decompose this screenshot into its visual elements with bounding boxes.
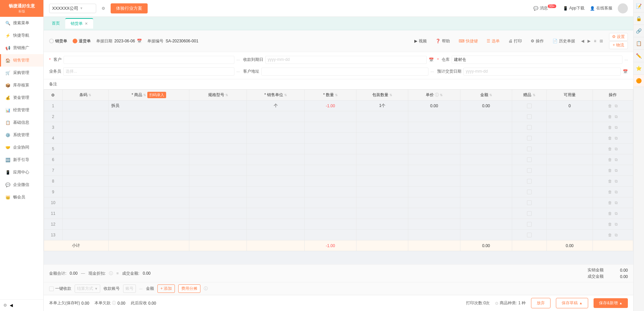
app-download-item[interactable]: 📱 App下载 [563, 5, 584, 11]
row-unit[interactable] [247, 219, 304, 230]
row-spec[interactable] [189, 165, 247, 176]
row-spec[interactable] [189, 197, 247, 208]
row-pkgqty[interactable] [356, 197, 408, 208]
row-barcode[interactable] [62, 165, 108, 176]
row-barcode[interactable] [62, 197, 108, 208]
sidebar-item-basic[interactable]: 📋 基础信息 [0, 116, 43, 129]
sidebar-item-inventory[interactable]: 📦 库存核算 [0, 79, 43, 91]
delete-icon[interactable]: 🗑 [608, 168, 612, 173]
row-unit[interactable] [247, 122, 304, 133]
row-qty[interactable] [304, 230, 356, 240]
price-info-icon[interactable]: ⓘ [435, 92, 439, 98]
row-unit[interactable] [247, 230, 304, 240]
row-pkgqty[interactable] [356, 154, 408, 165]
row-price[interactable]: 0.00 [408, 101, 460, 111]
row-barcode[interactable] [62, 101, 108, 111]
tab-sales-order[interactable]: 销货单 ✕ [65, 18, 93, 29]
row-gift[interactable] [512, 165, 546, 176]
print-btn[interactable]: 🖨 打印 [506, 37, 525, 45]
expense-split-button[interactable]: 费用分摊 [178, 284, 200, 293]
row-barcode[interactable] [62, 176, 108, 187]
right-panel-star[interactable]: ⭐ [634, 62, 644, 75]
row-pkgqty[interactable] [356, 219, 408, 230]
row-amount[interactable] [460, 176, 512, 187]
calendar-icon[interactable]: 📅 [137, 39, 142, 43]
sidebar-item-marketing[interactable]: 📢 营销推广 [0, 42, 43, 54]
sidebar-item-enterprise[interactable]: 🤝 企业协同 [0, 141, 43, 154]
row-amount[interactable] [460, 208, 512, 219]
row-unit[interactable] [247, 176, 304, 187]
gift-checkbox[interactable] [527, 104, 532, 108]
row-spec[interactable] [189, 208, 247, 219]
row-spec[interactable] [189, 144, 247, 154]
row-price[interactable] [408, 187, 460, 197]
row-unit[interactable] [247, 208, 304, 219]
row-spec[interactable] [189, 219, 247, 230]
delete-icon[interactable]: 🗑 [608, 222, 612, 227]
row-qty[interactable] [304, 154, 356, 165]
sidebar-item-operations[interactable]: 📊 经营管理 [0, 104, 43, 116]
save-draft-button[interactable]: 保存草稿 ▲ [556, 298, 588, 308]
row-amount[interactable] [460, 133, 512, 144]
row-qty[interactable]: -1.00 [304, 101, 356, 111]
row-barcode[interactable] [62, 122, 108, 133]
row-spec[interactable] [189, 122, 247, 133]
row-product[interactable] [108, 176, 189, 187]
row-product[interactable] [108, 111, 189, 122]
row-qty[interactable] [304, 197, 356, 208]
row-qty[interactable] [304, 144, 356, 154]
add-button[interactable]: + 添加 [157, 284, 175, 293]
sidebar-item-search[interactable]: 🔍 搜索菜单 [0, 17, 43, 29]
total-owed-info-icon[interactable]: ⓘ [112, 300, 116, 306]
copy-icon[interactable]: ⧉ [615, 200, 618, 205]
sidebar-item-quick-nav[interactable]: ⚡ 快捷导航 [0, 29, 43, 42]
copy-icon[interactable]: ⧉ [615, 222, 618, 227]
gift-checkbox[interactable] [527, 179, 532, 184]
row-product[interactable] [108, 122, 189, 133]
row-product[interactable] [108, 154, 189, 165]
gift-sort-icon[interactable]: ⇅ [533, 93, 535, 97]
row-spec[interactable] [189, 176, 247, 187]
gift-checkbox[interactable] [527, 233, 532, 237]
online-service-item[interactable]: 👤 在线客服 [590, 5, 612, 11]
row-qty[interactable] [304, 176, 356, 187]
row-product[interactable] [108, 187, 189, 197]
row-pkgqty[interactable] [356, 165, 408, 176]
gift-checkbox[interactable] [527, 136, 532, 141]
row-gift[interactable] [512, 144, 546, 154]
row-unit[interactable] [247, 165, 304, 176]
history-btn[interactable]: 📄 历史单据 [550, 37, 578, 45]
payment-calendar-icon[interactable]: 📅 [429, 57, 434, 62]
warehouse-input[interactable]: 建材仓 [452, 55, 622, 64]
copy-icon[interactable]: ⧉ [615, 190, 618, 194]
row-pkgqty[interactable] [356, 144, 408, 154]
row-gift[interactable] [512, 101, 546, 111]
payment-checkbox[interactable] [49, 286, 54, 291]
row-spec[interactable] [189, 111, 247, 122]
one-click-payment[interactable]: 一键收款 [49, 286, 71, 291]
delete-icon[interactable]: 🗑 [608, 233, 612, 237]
row-qty[interactable] [304, 122, 356, 133]
copy-icon[interactable]: ⧉ [615, 179, 618, 184]
copy-icon[interactable]: ⧉ [615, 114, 618, 119]
delete-icon[interactable]: 🗑 [608, 136, 612, 141]
copy-icon[interactable]: ⧉ [615, 125, 618, 130]
tab-close-icon[interactable]: ✕ [85, 22, 88, 26]
row-gift[interactable] [512, 111, 546, 122]
row-pkgqty[interactable] [356, 111, 408, 122]
copy-icon[interactable]: ⧉ [615, 233, 618, 237]
row-qty[interactable] [304, 219, 356, 230]
col-settings-icon[interactable]: ⚙ [51, 93, 55, 98]
user-avatar[interactable] [618, 3, 628, 13]
row-gift[interactable] [512, 197, 546, 208]
spec-sort-icon[interactable]: ⇅ [225, 93, 228, 97]
row-unit[interactable] [247, 187, 304, 197]
product-sort-icon[interactable]: ⇅ [143, 93, 146, 97]
col-settings-header[interactable]: ⚙ [44, 90, 63, 101]
gift-checkbox[interactable] [527, 157, 532, 162]
nav-next-icon[interactable]: ▶ [588, 39, 591, 43]
gift-checkbox[interactable] [527, 190, 532, 194]
row-price[interactable] [408, 111, 460, 122]
row-barcode[interactable] [62, 208, 108, 219]
nav-prev-icon[interactable]: ◀ [581, 39, 584, 43]
